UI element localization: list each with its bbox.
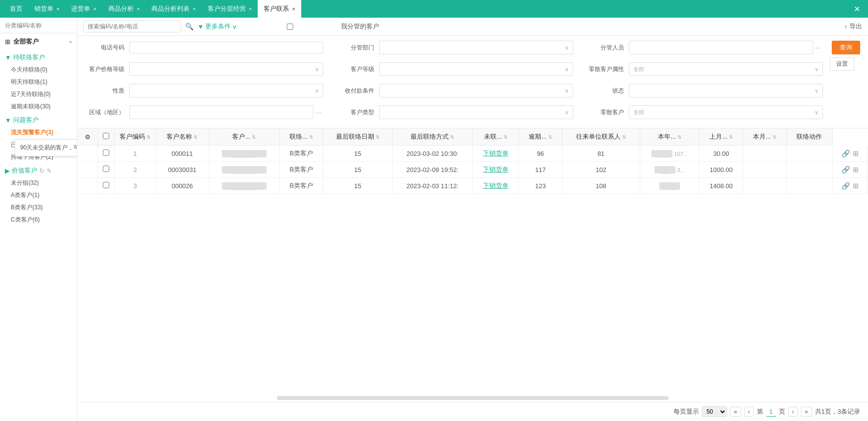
- tab-analysis-list[interactable]: 商品分析列表 ×: [145, 0, 201, 18]
- horizontal-scrollbar[interactable]: [277, 396, 669, 400]
- payment-select[interactable]: ∨: [379, 84, 573, 98]
- col-last-month[interactable]: 上月...⇅: [699, 128, 743, 146]
- collapse-sidebar-btn[interactable]: «: [69, 39, 72, 45]
- close-customer-layer-tab[interactable]: ×: [249, 6, 252, 12]
- col-contact[interactable]: 联络...⇅: [280, 128, 323, 146]
- next-page-btn[interactable]: ›: [788, 407, 798, 417]
- col-no-contact[interactable]: 未联...⇅: [473, 128, 519, 146]
- scatter-attr-select[interactable]: 全部 ∨: [629, 62, 823, 76]
- sidebar-item-week[interactable]: 近7天待联络(0): [0, 88, 77, 100]
- col-overdue[interactable]: 逾期...⇅: [519, 128, 562, 146]
- col-last-way[interactable]: 最后联络方式⇅: [392, 128, 473, 146]
- row-last-way-1[interactable]: 下销货单: [473, 162, 519, 178]
- col-checkbox[interactable]: [98, 128, 115, 146]
- sidebar-all-customers[interactable]: ⊞ 全部客户 «: [0, 33, 77, 50]
- my-customers-checkbox-label[interactable]: 我分管的客户: [241, 22, 379, 31]
- tab-sales[interactable]: 销货单 ×: [28, 0, 65, 18]
- price-level-select[interactable]: ∨: [129, 62, 323, 76]
- row-this-month-0: [786, 146, 832, 162]
- row-last-way-2[interactable]: 下销货单: [473, 178, 519, 194]
- row-gear-0: [77, 146, 98, 162]
- filter-row-3: 性质 ∨ 收付款条件 ∨: [85, 84, 823, 98]
- prev-page-btn[interactable]: ‹: [744, 407, 754, 417]
- person-ellipsis-btn[interactable]: ···: [813, 44, 823, 51]
- sidebar-section-pending[interactable]: ▼ 待联络客户: [0, 50, 77, 64]
- region-label: 区域（地区）: [85, 108, 129, 117]
- col-last-date[interactable]: 最后联络日期⇅: [323, 128, 392, 146]
- customer-level-select[interactable]: ∨: [379, 62, 573, 76]
- action-link-icon-2[interactable]: 🔗: [842, 182, 850, 190]
- close-purchase-tab[interactable]: ×: [93, 6, 96, 12]
- per-page-label: 每页显示: [674, 407, 699, 416]
- row-checkbox-0[interactable]: [98, 146, 115, 162]
- phone-input[interactable]: [129, 42, 323, 53]
- tab-home[interactable]: 首页: [4, 0, 28, 18]
- sidebar-item-churn-warning[interactable]: 流失预警客户(3): [0, 126, 77, 139]
- my-customers-checkbox[interactable]: [241, 24, 339, 30]
- row-overdue-1: 102: [562, 162, 640, 178]
- row-last-way-0[interactable]: 下销货单: [473, 146, 519, 162]
- sidebar-item-tomorrow[interactable]: 明天待联络(1): [0, 76, 77, 88]
- col-gear[interactable]: ⚙: [77, 128, 98, 146]
- select-all-checkbox[interactable]: [103, 133, 109, 139]
- tab-purchase[interactable]: 进货单 ×: [65, 0, 102, 18]
- action-grid-icon-0[interactable]: ⊞: [853, 149, 859, 157]
- col-this-year[interactable]: 本年...⇅: [640, 128, 699, 146]
- action-grid-icon-1[interactable]: ⊞: [853, 166, 859, 173]
- status-select[interactable]: ∨: [629, 84, 823, 98]
- tab-customer-layer[interactable]: 客户分层经营 ×: [202, 0, 258, 18]
- scrollbar-area[interactable]: [77, 394, 868, 402]
- sidebar-item-class-c[interactable]: C类客户(6): [0, 214, 77, 226]
- row-checkbox-1[interactable]: [98, 162, 115, 178]
- sidebar-item-class-a[interactable]: A类客户(1): [0, 189, 77, 201]
- sidebar-search-input[interactable]: [5, 22, 77, 29]
- sidebar-section-value[interactable]: ▶ 价值客户 ↻ ✎: [0, 163, 77, 177]
- refresh-icon[interactable]: ↻: [39, 167, 45, 174]
- action-grid-icon-2[interactable]: ⊞: [853, 182, 859, 190]
- settings-btn[interactable]: 设置: [830, 57, 854, 71]
- row-actions-2: 🔗 ⊞: [832, 178, 868, 194]
- col-code[interactable]: 客户编码⇅: [115, 128, 156, 146]
- sidebar-item-class-b[interactable]: B类客户(33): [0, 201, 77, 214]
- search-button[interactable]: 🔍: [185, 23, 193, 30]
- dept-select[interactable]: ∨: [379, 41, 573, 54]
- sidebar-item-overdue[interactable]: 逾期未联络(30): [0, 100, 77, 113]
- region-ellipsis-btn[interactable]: ···: [313, 108, 323, 116]
- col-this-month[interactable]: 本月...⇅: [743, 128, 787, 146]
- region-select[interactable]: [129, 105, 313, 119]
- close-analysis-list-tab[interactable]: ×: [193, 6, 195, 12]
- tab-analysis[interactable]: 商品分析 ×: [102, 0, 145, 18]
- sidebar-item-today[interactable]: 今天待联络(0): [0, 64, 77, 76]
- close-all-btn[interactable]: ✕: [850, 2, 864, 16]
- scatter-select[interactable]: 全部 ∨: [629, 105, 823, 119]
- export-btn[interactable]: ↑ 导出: [844, 22, 863, 31]
- col-name[interactable]: 客户名称⇅: [156, 128, 209, 146]
- more-conditions-btn[interactable]: ▼ 更多条件 ∨: [197, 22, 237, 31]
- filter-row-1: 电话号码 分管部门 ∨ 分管人员: [85, 41, 823, 54]
- sort-icon-name: ⇅: [193, 134, 197, 140]
- sort-icon-person: ⇅: [622, 134, 626, 140]
- per-page-select[interactable]: 50 100: [702, 406, 727, 417]
- chevron-down-icon-dept: ∨: [565, 45, 569, 51]
- close-analysis-tab[interactable]: ×: [137, 6, 140, 12]
- col-contact-person[interactable]: 往来单位联系人⇅: [562, 128, 640, 146]
- search-input[interactable]: [83, 21, 181, 32]
- close-customer-contact-tab[interactable]: ×: [292, 6, 295, 12]
- row-checkbox-2[interactable]: [98, 178, 115, 194]
- query-btn[interactable]: 查询: [832, 41, 860, 54]
- col-type[interactable]: 客户...⇅: [209, 128, 280, 146]
- tab-customer-contact[interactable]: 客户联系 ×: [258, 0, 301, 18]
- customer-type-select[interactable]: ∨: [379, 105, 573, 119]
- close-sales-tab[interactable]: ×: [56, 6, 59, 12]
- action-link-icon-1[interactable]: 🔗: [842, 166, 850, 173]
- person-select[interactable]: [629, 41, 813, 54]
- nature-select[interactable]: ∨: [129, 84, 323, 98]
- action-link-icon-0[interactable]: 🔗: [842, 149, 850, 157]
- last-page-btn[interactable]: »: [801, 407, 812, 417]
- sidebar-section-problem[interactable]: ▼ 问题客户: [0, 113, 77, 126]
- edit-icon[interactable]: ✎: [47, 167, 52, 174]
- sidebar-item-unclassified[interactable]: 未分组(32): [0, 177, 77, 189]
- first-page-btn[interactable]: «: [730, 407, 741, 417]
- row-last-date-1: 2023-02-09 19:52:: [392, 162, 473, 178]
- price-level-label: 客户价格等级: [85, 65, 129, 74]
